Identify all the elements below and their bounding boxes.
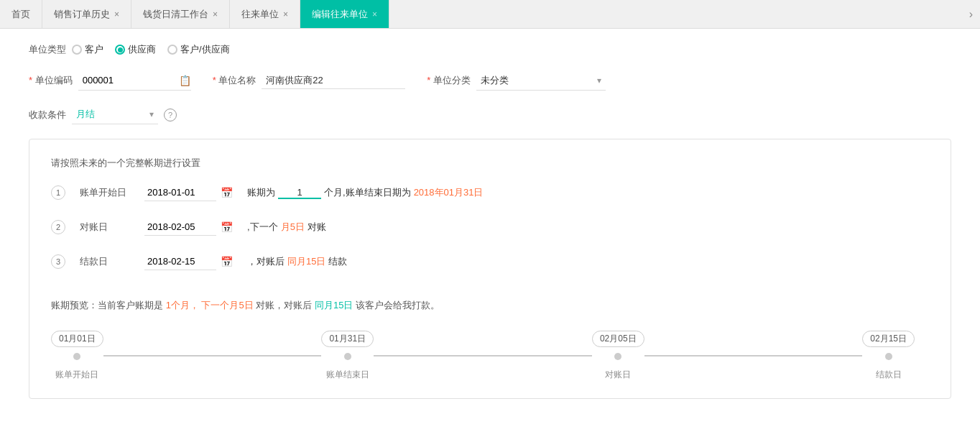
unit-name-label: 单位名称 (213, 74, 256, 87)
timeline-label-4: 结款日 (876, 369, 902, 381)
radio-supplier-label: 供应商 (128, 43, 156, 56)
step-row-1: 1 账单开始日 📅 账期为 个月,账单结束日期为 2018年01月31日 (51, 184, 929, 201)
timeline-line-2 (374, 355, 592, 356)
tab-cash-workbench-close[interactable]: × (213, 9, 218, 19)
preview-part2: 下一个月5日 (201, 300, 253, 310)
radio-customer[interactable]: 客户 (72, 43, 103, 56)
tab-sales-history-label: 销售订单历史 (54, 8, 110, 21)
step-desc-prefix-3: ，对账后 (247, 255, 285, 268)
calendar-icon-1[interactable]: 📅 (221, 187, 233, 198)
step-desc-suffix-2: 对账 (308, 221, 326, 234)
account-preview: 账期预览：当前客户账期是 1个月， 下一个月5日 对账，对账后 同月15日 该客… (51, 288, 929, 323)
step-date-input-2[interactable] (144, 218, 216, 236)
timeline-label-1: 账单开始日 (55, 369, 98, 381)
radio-supplier[interactable]: 供应商 (115, 43, 156, 56)
unit-details-row: 单位编码 📋 单位名称 单位分类 未分类 ▾ (29, 70, 951, 91)
step-desc-prefix-1: 账期为 (247, 186, 275, 199)
unit-category-label: 单位分类 (427, 74, 471, 87)
step-end-date-1: 2018年01月31日 (414, 186, 484, 199)
preview-part1: 1个月， (166, 300, 199, 310)
timeline-dot-1 (73, 353, 80, 360)
step-label-2: 对账日 (80, 221, 130, 234)
unit-code-label: 单位编码 (29, 74, 73, 87)
timeline-badge-4: 02月15日 (862, 331, 915, 347)
timeline-node-1: 01月01日 账单开始日 (51, 331, 103, 381)
calendar-icon-2[interactable]: 📅 (221, 221, 233, 233)
unit-code-input-wrapper: 📋 (78, 70, 191, 91)
step-desc-suffix-1: 个月,账单结束日期为 (324, 186, 411, 199)
step-row-3: 3 结款日 📅 ，对账后 同月15日 结款 (51, 253, 929, 270)
preview-prefix: 账期预览：当前客户账期是 (51, 300, 163, 310)
unit-category-value: 未分类 (481, 74, 509, 87)
tab-partner-units-label: 往来单位 (241, 8, 279, 21)
tab-partner-units-close[interactable]: × (283, 9, 288, 19)
radio-supplier-circle (115, 45, 125, 55)
radio-customer-label: 客户 (85, 43, 103, 56)
timeline-node-4: 02月15日 结款日 (862, 331, 915, 381)
timeline-line-3 (644, 355, 863, 356)
tab-home-label: 首页 (11, 8, 30, 21)
step-row-2: 2 对账日 📅 ,下一个 月5日 对账 (51, 218, 929, 236)
payment-term-label: 收款条件 (29, 109, 66, 121)
tab-edit-partner[interactable]: 编辑往来单位 × (300, 0, 389, 28)
step-accent-2: 月5日 (281, 221, 305, 234)
unit-name-input[interactable] (262, 72, 405, 89)
period-input[interactable] (278, 187, 321, 199)
step-num-3: 3 (51, 254, 65, 269)
unit-code-input[interactable] (78, 72, 179, 88)
main-content: 单位类型 客户 供应商 客户/供应商 单位编码 (0, 29, 980, 437)
tab-sales-history[interactable]: 销售订单历史 × (42, 0, 131, 28)
calendar-icon-3[interactable]: 📅 (221, 256, 233, 267)
tab-cash-workbench[interactable]: 钱货日清工作台 × (131, 0, 230, 28)
radio-both-label: 客户/供应商 (180, 43, 230, 56)
preview-suffix: 该客户会给我打款。 (356, 300, 440, 310)
radio-group: 客户 供应商 客户/供应商 (72, 43, 230, 56)
step-date-2: 📅 (144, 218, 233, 236)
radio-both-circle (167, 45, 177, 55)
step-num-2: 2 (51, 220, 65, 234)
tab-scroll-arrow[interactable]: › (962, 8, 980, 21)
payment-term-dropdown[interactable]: 月结 ▾ (72, 105, 158, 124)
unit-code-item: 单位编码 📋 (29, 70, 191, 91)
step-label-1: 账单开始日 (80, 186, 130, 199)
unit-category-dropdown[interactable]: 未分类 ▾ (476, 71, 606, 91)
timeline-container: 01月01日 账单开始日 01月31日 账单结束日 02月05日 对账日 (51, 323, 929, 381)
payment-term-item: 收款条件 月结 ▾ ? (29, 105, 177, 124)
tab-home[interactable]: 首页 (0, 0, 42, 28)
timeline-node-3: 02月05日 对账日 (592, 331, 644, 381)
step-desc-suffix-3: 结款 (328, 255, 347, 268)
step-num-1: 1 (51, 185, 65, 200)
radio-both[interactable]: 客户/供应商 (167, 43, 230, 56)
tab-edit-partner-close[interactable]: × (372, 9, 377, 19)
unit-category-item: 单位分类 未分类 ▾ (427, 71, 606, 91)
copy-icon[interactable]: 📋 (179, 75, 191, 86)
tab-bar: 首页 销售订单历史 × 钱货日清工作台 × 往来单位 × 编辑往来单位 × › (0, 0, 980, 29)
help-icon[interactable]: ? (164, 109, 177, 121)
step-desc-2: ,下一个 月5日 对账 (247, 221, 326, 234)
payment-term-arrow: ▾ (149, 109, 154, 119)
step-desc-1: 账期为 个月,账单结束日期为 2018年01月31日 (247, 186, 483, 199)
preview-mid: 对账，对账后 (256, 300, 312, 310)
unit-type-item: 单位类型 客户 供应商 客户/供应商 (29, 43, 230, 56)
step-date-input-1[interactable] (144, 184, 216, 201)
step-accent-3: 同月15日 (287, 255, 325, 268)
unit-category-arrow: ▾ (597, 75, 601, 86)
step-date-1: 📅 (144, 184, 233, 201)
timeline-dot-3 (614, 353, 621, 360)
step-date-input-3[interactable] (144, 253, 216, 270)
info-box: 请按照未来的一个完整帐期进行设置 1 账单开始日 📅 账期为 个月,账单结束日期… (29, 139, 951, 399)
tab-partner-units[interactable]: 往来单位 × (230, 0, 300, 28)
timeline-label-3: 对账日 (605, 369, 631, 381)
tab-sales-history-close[interactable]: × (114, 9, 119, 19)
payment-term-value: 月结 (76, 108, 95, 121)
payment-term-row: 收款条件 月结 ▾ ? (29, 105, 951, 124)
step-label-3: 结款日 (80, 255, 130, 268)
unit-type-label: 单位类型 (29, 43, 66, 56)
step-desc-prefix-2: ,下一个 (247, 221, 278, 234)
preview-part3: 同月15日 (315, 300, 353, 310)
timeline-dot-4 (885, 353, 892, 360)
timeline-badge-2: 01月31日 (321, 331, 374, 347)
step-date-3: 📅 (144, 253, 233, 270)
timeline-node-2: 01月31日 账单结束日 (321, 331, 374, 381)
unit-name-item: 单位名称 (213, 72, 406, 89)
